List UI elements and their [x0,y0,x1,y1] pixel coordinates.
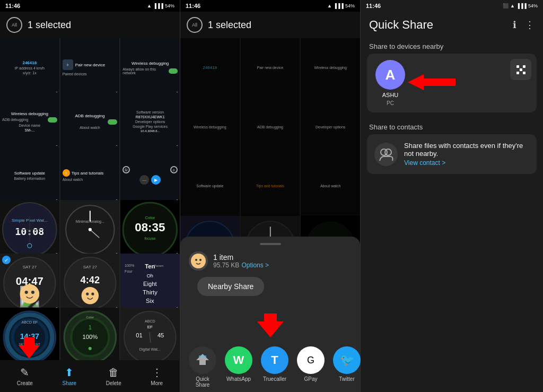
watch-cell[interactable]: About watch [301,156,360,216]
twitter-app[interactable]: 🐦 Twitter [333,346,361,382]
gpay-label: GPay [304,376,317,382]
watch-cell[interactable]: ADB debugging About watch ⤢ [60,92,120,152]
middle-panel: 11:46 ▲ ▐▐▐ 54% All 1 selected 246418 Pa… [180,0,361,392]
watch-cell[interactable]: Ten Oh Eight Thirty Six 100% Four Param … [120,254,180,313]
watch-cell[interactable]: Developer options [301,98,360,157]
svg-text:Eight: Eight [143,281,157,287]
middle-all-circle[interactable]: All [187,17,203,33]
svg-text:ABCD: ABCD [145,319,155,324]
watch-cell[interactable]: Color 08:35 focuse ⤢ [120,200,180,259]
svg-text:Six: Six [146,298,154,304]
device-avatar: A [375,60,405,90]
wifi-icon: ▲ [327,3,332,8]
selected-check: ✓ [2,256,11,264]
watch-cell[interactable]: SAT 27 04:47 ✓ ⤢ [0,254,59,313]
svg-text:Thirty: Thirty [143,289,157,295]
watch-cell[interactable]: ABCD EF 01 45 Digital Wat... ⤢ [120,308,180,361]
middle-time: 11:46 [186,3,200,9]
share-details: 1 item 95.75 KB Options > [213,253,352,269]
create-button[interactable]: ✎ Create [17,366,33,386]
svg-text:4:42: 4:42 [80,274,100,285]
svg-text:Color: Color [145,215,155,220]
svg-text:focuse: focuse [145,237,156,241]
svg-text:●: ● [87,344,92,352]
share-handle [260,243,281,245]
watch-cell[interactable]: ABCD EF 14:37 SETTLEMENT ●●●● ⤢ [0,308,59,361]
red-down-arrow [255,311,286,340]
gpay-app[interactable]: G GPay [297,346,325,382]
more-button[interactable]: ⋮ More [151,366,163,386]
svg-point-28 [81,287,98,304]
options-link[interactable]: Options > [241,262,269,269]
info-icon[interactable]: ℹ [513,19,516,31]
expand-icon: ⤢ [174,359,178,360]
watch-cell[interactable]: Wireless debugging Always allow on this … [120,38,180,98]
nearby-share-button[interactable]: Nearby Share [197,277,264,296]
svg-text:Digital Wat...: Digital Wat... [139,347,161,352]
svg-point-22 [25,291,28,294]
contacts-description: Share files with contacts even if they'r… [404,142,529,158]
share-thumbnail [189,251,208,271]
watch-cell[interactable]: SAT 27 4:42 ⤢ [60,254,120,313]
truecaller-label: Truecaller [263,376,286,382]
watch-cell[interactable]: Software version R870XXU4EWK1 Developer … [120,92,180,152]
svg-text:100%: 100% [125,264,135,268]
watch-cell[interactable]: 246418 [180,38,240,98]
svg-text:EF: EF [147,324,153,329]
watch-cell[interactable]: Tips and tutorials [241,156,300,216]
svg-point-102 [199,259,202,261]
qs-action-icons: ℹ ⋮ [513,19,535,31]
share-sheet: 1 item 95.75 KB Options > Nearby Share [180,237,360,392]
truecaller-app[interactable]: T Truecaller [261,346,288,382]
more-icon: ⋮ [152,366,162,379]
share-icon: ⬆ [65,366,74,379]
watch-cell[interactable]: Wireless debugging ADB debugging Device … [0,92,59,152]
watch-cell[interactable]: ⏻ ⚙ — ▶ ⤢ [120,146,180,205]
svg-marker-48 [19,337,40,359]
delete-button[interactable]: 🗑 Delete [106,367,121,386]
quick-share-app[interactable]: Quick Share [189,346,216,388]
delete-icon: 🗑 [108,367,119,379]
left-panel: 11:46 ▲ ▐▐▐ 54% All 1 selected 246418 IP… [0,0,180,392]
device-ashu[interactable]: A ASHU PC [373,60,407,106]
battery-icon: 54% [165,3,174,8]
svg-point-23 [31,291,34,294]
watch-cell[interactable]: Wireless debugging [180,98,240,157]
contacts-link[interactable]: View contact > [404,159,529,167]
right-panel: 11:46 ⬛ ▲ ▐▐▐ 54% Quick Share ℹ ⋮ Share … [361,0,543,392]
share-apps-row: Quick Share W WhatsApp T Truecaller G GP… [180,342,360,392]
svg-text:08:35: 08:35 [135,220,165,233]
svg-text:Color: Color [86,315,94,319]
svg-text:45: 45 [157,332,164,338]
more-options-icon[interactable]: ⋮ [525,19,535,31]
whatsapp-app[interactable]: W WhatsApp [225,346,252,382]
battery-icon: 54% [528,3,538,8]
left-watch-grid: 246418 IP address 4 km/h x/y/z: 1x ⤢ + P… [0,38,180,360]
watch-cell[interactable]: Color 1 100% ● ⤢ [60,308,120,361]
expand-icon: ⤢ [54,359,58,360]
watch-cell[interactable]: ! Tips and tutorials About watch ⤢ [60,146,120,205]
watch-cell[interactable]: ADB debugging [241,98,300,157]
right-status-icons: ⬛ ▲ ▐▐▐ 54% [503,3,538,8]
left-selected-text: 1 selected [28,20,71,31]
share-button[interactable]: ⬆ Share [62,366,76,386]
left-status-icons: ▲ ▐▐▐ 54% [147,3,174,8]
watch-cell[interactable]: 246418 IP address 4 km/h x/y/z: 1x ⤢ [0,38,59,98]
middle-top-bar: All 1 selected [180,12,360,38]
watch-cell[interactable]: Minimal Analog... ⤢ [60,200,120,259]
contacts-icon [374,143,398,166]
create-icon: ✎ [20,366,29,379]
all-circle[interactable]: All [6,17,22,33]
watch-cell[interactable]: + Pair new device Paired devices ⤢ [60,38,120,98]
watch-cell[interactable]: Software update Battery information ⤢ [0,146,59,205]
svg-text:Param: Param [154,264,164,267]
svg-point-21 [20,284,40,304]
svg-text:1: 1 [88,324,91,330]
watch-cell[interactable]: Pair new device [241,38,300,98]
contacts-card: Share files with contacts even if they'r… [367,134,537,174]
watch-cell[interactable]: Wireless debugging [301,38,360,98]
watch-cell[interactable]: Software update [180,156,240,216]
battery-icon: 54% [345,3,355,8]
watch-cell[interactable]: Simple Pixel Wat... 10:08 ⤢ [0,200,59,259]
device-name: ASHU [382,92,399,98]
